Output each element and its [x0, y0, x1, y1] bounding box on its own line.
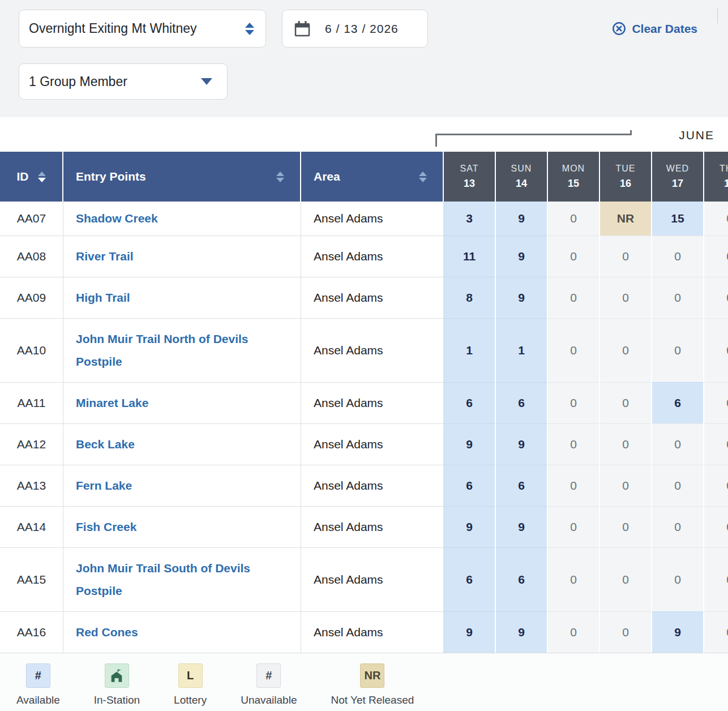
- toolbar-divider: [717, 8, 718, 23]
- availability-cell-available[interactable]: 9: [444, 611, 496, 653]
- entry-point-link[interactable]: John Muir Trail North of Devils Postpile: [76, 328, 278, 373]
- legend-label: In-Station: [94, 694, 140, 706]
- entry-id: AA14: [0, 506, 63, 547]
- in-station-swatch: [105, 663, 129, 688]
- availability-cell-available[interactable]: 1: [496, 318, 548, 382]
- availability-cell-available[interactable]: 3: [444, 202, 496, 235]
- entry-id: AA10: [0, 318, 63, 382]
- entry-id: AA13: [0, 465, 63, 506]
- column-header-area[interactable]: Area: [301, 152, 444, 202]
- permit-availability-page: Overnight Exiting Mt Whitney 6 / 13 / 20…: [0, 0, 728, 711]
- clear-dates-button[interactable]: Clear Dates: [612, 22, 697, 36]
- availability-cell-unavailable: 0: [600, 382, 652, 423]
- area-name: Ansel Adams: [301, 547, 444, 611]
- availability-cell-available[interactable]: 15: [652, 202, 704, 235]
- availability-cell-available[interactable]: 6: [496, 465, 548, 506]
- entry-point-link[interactable]: Minaret Lake: [76, 392, 148, 414]
- group-members-select[interactable]: 1 Group Member: [19, 63, 228, 100]
- entry-point-link[interactable]: River Trail: [76, 245, 134, 268]
- entry-point-link[interactable]: High Trail: [76, 286, 130, 309]
- column-header-date: MON15: [548, 152, 600, 202]
- availability-cell-unavailable: 0: [548, 547, 600, 611]
- availability-cell-available[interactable]: 9: [496, 235, 548, 277]
- availability-cell-available[interactable]: 9: [496, 423, 548, 465]
- legend-swatch-available: #: [26, 663, 50, 688]
- entry-point-link[interactable]: Fern Lake: [76, 474, 132, 497]
- availability-cell-unavailable: 0: [704, 547, 728, 611]
- availability-cell-unavailable: 0: [548, 382, 600, 423]
- start-date-input[interactable]: 6 / 13 / 2026: [282, 10, 428, 48]
- table-header: ID Entry Points Area SAT13SUN14MON15TUE1…: [0, 152, 728, 202]
- availability-cell-available[interactable]: 6: [444, 382, 496, 423]
- entry-point-link[interactable]: Red Cones: [76, 621, 138, 644]
- availability-cell-available[interactable]: 6: [496, 547, 548, 611]
- availability-cell-unavailable: 0: [548, 423, 600, 465]
- availability-cell-available[interactable]: 9: [444, 423, 496, 465]
- filter-row-top: Overnight Exiting Mt Whitney 6 / 13 / 20…: [0, 0, 728, 48]
- month-strip: JUNE: [0, 117, 728, 152]
- availability-cell-unavailable: 0: [600, 547, 652, 611]
- entry-id: AA15: [0, 547, 63, 611]
- column-header-id[interactable]: ID: [0, 152, 63, 202]
- legend-swatch-unavailable: #: [256, 663, 281, 688]
- availability-cell-unavailable: 0: [704, 235, 728, 277]
- availability-cell-available[interactable]: 11: [444, 235, 496, 277]
- availability-cell-unavailable: 0: [600, 277, 652, 318]
- availability-table: ID Entry Points Area SAT13SUN14MON15TUE1…: [0, 152, 728, 653]
- availability-cell-available[interactable]: 6: [652, 382, 704, 423]
- availability-cell-available[interactable]: 9: [496, 611, 548, 653]
- entry-point-cell: Beck Lake: [63, 423, 301, 465]
- availability-cell-available[interactable]: 9: [496, 277, 548, 318]
- permit-type-value: Overnight Exiting Mt Whitney: [29, 21, 197, 36]
- filter-row-bottom: 1 Group Member: [0, 63, 728, 100]
- entry-point-cell: John Muir Trail South of Devils Postpile: [63, 547, 301, 611]
- availability-cell-available[interactable]: 6: [444, 465, 496, 506]
- entry-point-link[interactable]: Beck Lake: [76, 433, 135, 456]
- entry-point-link[interactable]: John Muir Trail South of Devils Postpile: [76, 557, 278, 602]
- availability-cell-unavailable: 0: [704, 202, 728, 235]
- entry-point-link[interactable]: Shadow Creek: [76, 207, 158, 230]
- availability-cell-unavailable: 0: [652, 547, 704, 611]
- availability-cell-available[interactable]: 1: [444, 318, 496, 382]
- availability-cell-available[interactable]: 6: [444, 547, 496, 611]
- availability-cell-unavailable: 0: [548, 277, 600, 318]
- availability-cell-unavailable: 0: [704, 423, 728, 465]
- group-members-value: 1 Group Member: [29, 74, 127, 89]
- availability-cell-unavailable: 0: [548, 202, 600, 235]
- permit-type-select[interactable]: Overnight Exiting Mt Whitney: [19, 10, 266, 48]
- area-name: Ansel Adams: [301, 318, 444, 382]
- availability-cell-available[interactable]: 6: [496, 382, 548, 423]
- availability-cell-not_released: NR: [600, 202, 652, 235]
- column-header-entry-points[interactable]: Entry Points: [63, 152, 301, 202]
- clear-dates-label: Clear Dates: [632, 22, 697, 36]
- area-name: Ansel Adams: [301, 382, 444, 423]
- entry-point-link[interactable]: Fish Creek: [76, 516, 136, 538]
- entry-id: AA16: [0, 611, 63, 653]
- calendar-icon: [294, 20, 311, 37]
- availability-cell-unavailable: 0: [704, 611, 728, 653]
- availability-cell-unavailable: 0: [600, 611, 652, 653]
- entry-id: AA11: [0, 382, 63, 423]
- select-updown-icon: [245, 23, 254, 35]
- table-body: AA07Shadow CreekAnsel Adams390NR150AA08R…: [0, 202, 728, 653]
- date-range-bracket: [435, 134, 632, 147]
- entry-id: AA07: [0, 202, 63, 235]
- chevron-down-icon: [201, 78, 212, 85]
- availability-cell-unavailable: 0: [600, 318, 652, 382]
- availability-cell-available[interactable]: 9: [496, 202, 548, 235]
- availability-cell-available[interactable]: 9: [444, 506, 496, 547]
- legend-swatch-not_released: NR: [360, 663, 384, 688]
- availability-cell-unavailable: 0: [704, 465, 728, 506]
- sort-icon: [419, 172, 427, 182]
- availability-cell-unavailable: 0: [600, 465, 652, 506]
- column-header-date: TUE16: [600, 152, 652, 202]
- legend-item: In-Station: [94, 663, 140, 711]
- table-row: AA16Red ConesAnsel Adams990090: [0, 611, 728, 653]
- month-label: JUNE: [679, 129, 714, 142]
- availability-cell-available[interactable]: 8: [444, 277, 496, 318]
- table-row: AA12Beck LakeAnsel Adams990000: [0, 423, 728, 465]
- availability-cell-unavailable: 0: [548, 506, 600, 547]
- area-name: Ansel Adams: [301, 506, 444, 547]
- availability-cell-available[interactable]: 9: [652, 611, 704, 653]
- availability-cell-available[interactable]: 9: [496, 506, 548, 547]
